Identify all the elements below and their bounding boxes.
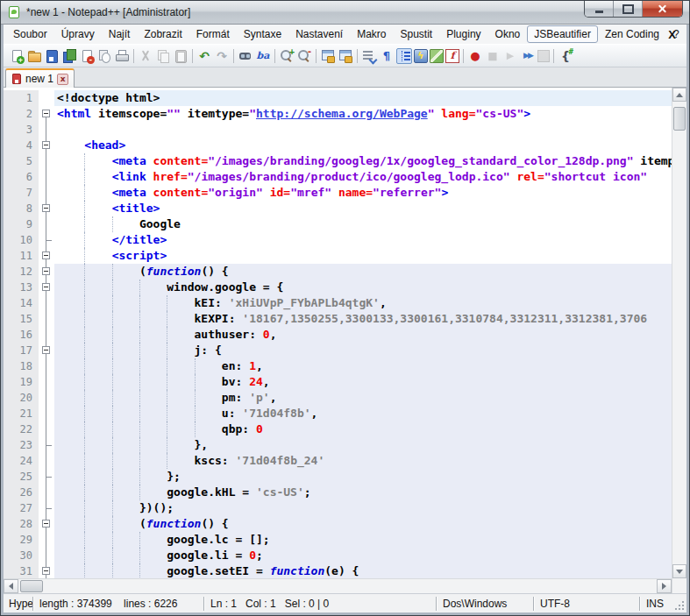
- code-line-11[interactable]: 11 <script>: [4, 248, 672, 264]
- code-text[interactable]: <title>: [54, 201, 672, 216]
- code-line-7[interactable]: 7 <meta content="origin" id="mref" name=…: [4, 185, 672, 201]
- vertical-scroll-thumb[interactable]: [673, 107, 686, 131]
- code-text[interactable]: },: [54, 437, 672, 453]
- tab-new-1[interactable]: new 1 x: [5, 68, 75, 88]
- code-text[interactable]: pm: 'p',: [54, 390, 672, 406]
- menubar-close-icon[interactable]: X: [668, 28, 676, 41]
- fold-margin[interactable]: [39, 138, 54, 153]
- code-text[interactable]: google.li = 0;: [54, 548, 672, 563]
- replace-icon[interactable]: ba: [255, 48, 271, 64]
- scroll-up-button[interactable]: [672, 88, 686, 102]
- code-text[interactable]: </title>: [54, 232, 672, 248]
- vertical-scrollbar[interactable]: [672, 88, 686, 593]
- code-text[interactable]: <head>: [54, 138, 672, 153]
- code-line-5[interactable]: 5 <meta content="/images/branding/google…: [4, 153, 672, 169]
- macro-play-icon[interactable]: ▶: [502, 48, 518, 64]
- macro-save-icon[interactable]: [537, 50, 550, 62]
- document-map-icon[interactable]: [430, 49, 444, 63]
- fold-collapse-icon[interactable]: [42, 346, 50, 354]
- code-line-20[interactable]: 20 pm: 'p',: [4, 390, 672, 406]
- save-all-icon[interactable]: [61, 48, 77, 64]
- code-text[interactable]: window.google = {: [54, 280, 672, 295]
- code-text[interactable]: j: {: [54, 343, 672, 358]
- code-text[interactable]: };: [54, 469, 672, 485]
- menu-item-zobrazit[interactable]: Zobrazit: [137, 25, 189, 43]
- plugin-launch-icon[interactable]: {#: [558, 48, 573, 64]
- code-text[interactable]: <!doctype html>: [54, 90, 672, 106]
- find-icon[interactable]: [238, 48, 253, 64]
- fold-collapse-icon[interactable]: [42, 283, 50, 291]
- code-text[interactable]: u: '71d04f8b',: [54, 406, 672, 421]
- code-line-15[interactable]: 15 kEXPI: '18167,1350255,3300133,3300161…: [4, 311, 672, 327]
- zoom-out-icon[interactable]: -: [296, 48, 312, 64]
- menu-item-okno[interactable]: Okno: [488, 25, 528, 43]
- scroll-left-button[interactable]: [4, 579, 18, 593]
- code-line-12[interactable]: 12 (function() {: [4, 264, 672, 280]
- fold-collapse-icon[interactable]: [42, 520, 50, 527]
- menu-item-spustit[interactable]: Spustit: [394, 25, 440, 43]
- code-text[interactable]: qbp: 0: [54, 421, 672, 437]
- code-text[interactable]: Google: [54, 216, 672, 232]
- code-text[interactable]: google.lc = [];: [54, 532, 672, 548]
- fold-collapse-icon[interactable]: [42, 110, 50, 117]
- code-text[interactable]: (function() {: [54, 516, 672, 532]
- tab-close-icon[interactable]: x: [57, 74, 68, 85]
- resize-grip[interactable]: [671, 594, 686, 612]
- menu-item-jsbeautifier[interactable]: JSBeautifier: [527, 25, 598, 43]
- vertical-scroll-track[interactable]: [672, 102, 686, 564]
- show-all-characters-icon[interactable]: ¶: [379, 48, 395, 64]
- code-text[interactable]: google.setEI = function(e) {: [54, 563, 672, 578]
- code-text[interactable]: <script>: [54, 248, 672, 264]
- code-line-6[interactable]: 6 <link href="/images/branding/product/i…: [4, 169, 672, 185]
- indent-guide-icon[interactable]: [396, 48, 412, 64]
- code-line-3[interactable]: 3: [4, 122, 672, 138]
- code-line-8[interactable]: 8 <title>: [4, 201, 672, 216]
- code-text[interactable]: <meta content="origin" id="mref" name="r…: [54, 185, 672, 201]
- fold-margin[interactable]: [39, 280, 54, 295]
- horizontal-scroll-track[interactable]: [18, 579, 657, 593]
- function-list-icon[interactable]: f: [445, 49, 459, 63]
- horizontal-scroll-thumb[interactable]: [20, 580, 43, 592]
- code-line-25[interactable]: 25 };: [4, 469, 672, 485]
- code-text[interactable]: })();: [54, 500, 672, 516]
- code-text[interactable]: en: 1,: [54, 358, 672, 374]
- title-bar[interactable]: *new 1 - Notepad++ [Administrator]: [1, 1, 689, 25]
- code-line-1[interactable]: 1<!doctype html>: [4, 90, 672, 106]
- code-line-27[interactable]: 27 })();: [4, 500, 672, 516]
- code-line-21[interactable]: 21 u: '71d04f8b',: [4, 406, 672, 421]
- fold-collapse-icon[interactable]: [42, 204, 50, 212]
- fold-margin[interactable]: [39, 201, 54, 216]
- fold-margin[interactable]: [39, 516, 54, 532]
- close-all-icon[interactable]: [96, 48, 112, 64]
- new-file-icon[interactable]: [9, 48, 25, 64]
- close-button[interactable]: [643, 1, 682, 17]
- code-text[interactable]: authuser: 0,: [54, 327, 672, 343]
- fold-margin[interactable]: [39, 343, 54, 358]
- code-line-2[interactable]: 2<html itemscope="" itemtype="http://sch…: [4, 106, 672, 122]
- code-line-4[interactable]: 4 <head>: [4, 138, 672, 153]
- code-line-19[interactable]: 19 bv: 24,: [4, 374, 672, 390]
- code-line-10[interactable]: 10 </title>: [4, 232, 672, 248]
- paste-icon[interactable]: [173, 48, 189, 64]
- code-line-31[interactable]: 31 google.setEI = function(e) {: [4, 563, 672, 578]
- code-text[interactable]: bv: 24,: [54, 374, 672, 390]
- fold-margin[interactable]: [39, 563, 54, 578]
- code-text[interactable]: kscs: '71d04f8b_24': [54, 453, 672, 469]
- zoom-in-icon[interactable]: +: [279, 48, 295, 64]
- menu-item-makro[interactable]: Makro: [350, 25, 393, 43]
- fold-collapse-icon[interactable]: [42, 267, 50, 275]
- close-file-icon[interactable]: [79, 48, 95, 64]
- code-text[interactable]: google.kHL = 'cs-US';: [54, 485, 672, 500]
- code-line-26[interactable]: 26 google.kHL = 'cs-US';: [4, 485, 672, 500]
- sync-horizontal-scroll-icon[interactable]: [338, 48, 353, 64]
- scroll-down-button[interactable]: [672, 564, 686, 578]
- sync-vertical-scroll-icon[interactable]: [320, 48, 336, 64]
- menu-item--pravy[interactable]: Úpravy: [54, 25, 102, 43]
- print-icon[interactable]: [114, 48, 130, 64]
- macro-run-multiple-icon[interactable]: ▶▶: [520, 48, 536, 64]
- fold-margin[interactable]: [39, 264, 54, 280]
- menu-item-naj-t[interactable]: Najít: [102, 25, 138, 43]
- redo-icon[interactable]: ↷: [214, 48, 230, 64]
- fold-collapse-icon[interactable]: [42, 141, 50, 149]
- code-text[interactable]: kEXPI: '18167,1350255,3300133,3300161,33…: [54, 311, 672, 327]
